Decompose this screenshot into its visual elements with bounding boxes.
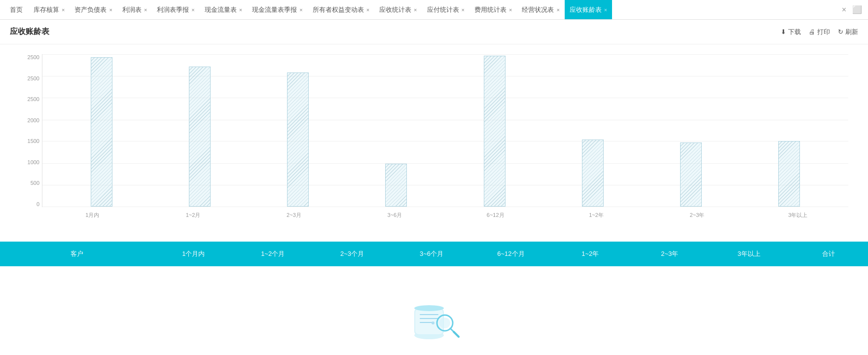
tab-profit[interactable]: 利润表 ×: [117, 0, 152, 20]
tab-close-profit-quarter[interactable]: ×: [191, 7, 194, 13]
tab-close-operation[interactable]: ×: [556, 7, 559, 13]
tab-close-expense-stat[interactable]: ×: [509, 7, 512, 13]
x-label-7: 2~3年: [647, 212, 747, 219]
svg-line-10: [454, 332, 459, 337]
tab-aging[interactable]: 应收账龄表 ×: [565, 0, 612, 20]
chart-area: 2500 2500 2500 2000 1500 1000 500 0: [0, 44, 868, 242]
chart-container: 2500 2500 2500 2000 1500 1000 500 0: [20, 54, 848, 222]
tab-payable-stat[interactable]: 应付统计表 ×: [422, 0, 470, 20]
x-label-1: 1月内: [42, 212, 143, 219]
x-label-2: 1~2月: [143, 212, 243, 219]
tab-close-aging[interactable]: ×: [604, 7, 607, 13]
bar-group-6: [543, 54, 642, 207]
bar-group-3: [249, 54, 347, 207]
tab-bar-actions: × ⬜: [840, 3, 864, 16]
bar-group-2: [150, 54, 249, 207]
page-title: 应收账龄表: [10, 27, 49, 37]
bar-6-12月: [484, 56, 506, 207]
x-label-6: 1~2年: [546, 212, 647, 219]
th-3-6month: 3~6个月: [392, 249, 471, 258]
y-axis-labels: 2500 2500 2500 2000 1500 1000 500 0: [20, 54, 42, 207]
tab-receivable-stat[interactable]: 应收统计表 ×: [374, 0, 422, 20]
tab-close-cashflow-quarter[interactable]: ×: [299, 7, 302, 13]
th-3year-plus: 3年以上: [709, 249, 789, 258]
th-2-3year: 2~3年: [630, 249, 709, 258]
tab-close-equity[interactable]: ×: [366, 7, 369, 13]
svg-rect-2: [415, 309, 443, 334]
bar-group-5: [445, 54, 543, 207]
bar-2-3年: [680, 142, 702, 207]
bars-area: [42, 54, 848, 207]
table-header: 客户 1个月内 1~2个月 2~3个月 3~6个月 6~12个月 1~2年 2~…: [0, 242, 868, 266]
th-1-2month: 1~2个月: [233, 249, 313, 258]
maximize-window-icon[interactable]: ⬜: [850, 3, 864, 16]
tab-profit-quarter[interactable]: 利润表季报 ×: [152, 0, 199, 20]
bar-3年以上: [778, 141, 800, 207]
tab-cashflow-quarter[interactable]: 现金流量表季报 ×: [247, 0, 307, 20]
bar-group-4: [347, 54, 445, 207]
main-content: 2500 2500 2500 2000 1500 1000 500 0: [0, 44, 868, 355]
th-customer: 客户: [0, 249, 154, 258]
tab-close-profit[interactable]: ×: [144, 7, 147, 13]
th-1month: 1个月内: [154, 249, 233, 258]
svg-point-6: [414, 305, 444, 311]
download-icon: ⬇: [781, 28, 786, 36]
empty-state: [0, 266, 868, 355]
print-icon: 🖨: [809, 28, 815, 36]
svg-point-8: [439, 318, 450, 328]
tab-balance[interactable]: 资产负债表 ×: [70, 0, 117, 20]
svg-point-11: [432, 321, 434, 324]
empty-illustration: [404, 296, 464, 345]
th-1-2year: 1~2年: [550, 249, 630, 258]
x-label-8: 3年以上: [748, 212, 848, 219]
chart-body: [42, 54, 848, 207]
tab-cashflow[interactable]: 现金流量表 ×: [200, 0, 247, 20]
th-6-12month: 6~12个月: [471, 249, 550, 258]
page-header: 应收账龄表 ⬇ 下载 🖨 打印 ↻ 刷新: [0, 20, 868, 44]
page-actions: ⬇ 下载 🖨 打印 ↻ 刷新: [781, 28, 858, 36]
tab-expense-stat[interactable]: 费用统计表 ×: [470, 0, 517, 20]
empty-icon: [404, 296, 464, 345]
bar-group-7: [642, 54, 740, 207]
tab-home[interactable]: 首页: [4, 5, 29, 14]
tab-close-balance[interactable]: ×: [109, 7, 112, 13]
bar-1-2月: [189, 67, 211, 207]
tab-bar: 首页 库存核算 × 资产负债表 × 利润表 × 利润表季报 × 现金流量表 × …: [0, 0, 868, 20]
tab-operation[interactable]: 经营状况表 ×: [517, 0, 564, 20]
bar-group-1: [52, 54, 150, 207]
bar-1月内: [91, 57, 112, 207]
tab-inventory[interactable]: 库存核算 ×: [29, 0, 70, 20]
download-button[interactable]: ⬇ 下载: [781, 28, 801, 36]
print-button[interactable]: 🖨 打印: [809, 28, 830, 36]
tab-close-inventory[interactable]: ×: [62, 7, 65, 13]
bar-2-3月: [287, 72, 309, 207]
x-label-4: 3~6月: [344, 212, 445, 219]
tab-close-cashflow[interactable]: ×: [239, 7, 242, 13]
th-2-3month: 2~3个月: [313, 249, 392, 258]
x-axis-labels: 1月内 1~2月 2~3月 3~6月 6~12月 1~2年 2~3年 3年以上: [42, 208, 848, 222]
tab-close-receivable-stat[interactable]: ×: [414, 7, 417, 13]
x-label-5: 6~12月: [445, 212, 546, 219]
bar-1-2年: [582, 140, 604, 207]
bar-3-6月: [385, 164, 407, 207]
close-window-icon[interactable]: ×: [840, 3, 848, 16]
x-label-3: 2~3月: [244, 212, 344, 219]
refresh-button[interactable]: ↻ 刷新: [838, 28, 858, 36]
tab-equity[interactable]: 所有者权益变动表 ×: [308, 0, 374, 20]
th-total: 合计: [789, 249, 868, 258]
refresh-icon: ↻: [838, 28, 843, 36]
bar-group-8: [740, 54, 838, 207]
tab-close-payable-stat[interactable]: ×: [462, 7, 465, 13]
